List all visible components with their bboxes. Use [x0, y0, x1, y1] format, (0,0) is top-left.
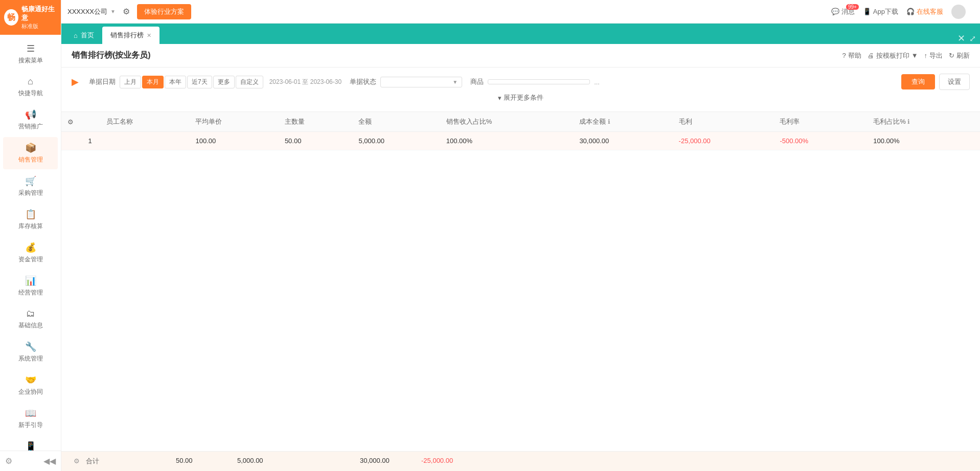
company-selector[interactable]: XXXXXX公司 ▼: [67, 7, 116, 16]
filter-actions: 查询 设置: [901, 74, 970, 90]
tab-sales-ranking[interactable]: 销售排行榜 ✕: [102, 27, 159, 44]
print-icon: 🖨: [868, 52, 874, 59]
status-filter: 单据状态 ▼: [350, 77, 462, 87]
template-print-btn[interactable]: 🖨 按模板打印 ▼: [868, 51, 918, 60]
phone-icon: 📱: [863, 8, 871, 15]
cost-help-icon[interactable]: ℹ: [608, 118, 610, 125]
date-range-text: 2023-06-01 至 2023-06-30: [269, 78, 341, 86]
app-download-btn[interactable]: 📱 App下载: [863, 7, 898, 16]
tab-close-icon[interactable]: ✕: [147, 32, 151, 39]
refresh-label: 刷新: [956, 51, 970, 60]
footer-total-label: 合计: [86, 457, 99, 465]
table-container: ⚙ 员工名称 平均单价 主数量 全额 销售收入占比% 成本全额 ℹ 毛利 毛利率…: [61, 112, 980, 451]
export-btn[interactable]: ↑ 导出: [924, 51, 943, 60]
cell-sales-ratio: 100.00%: [440, 132, 574, 150]
template-print-arrow-icon: ▼: [911, 52, 918, 59]
sidebar-item-basic-info[interactable]: 🗂 基础信息: [3, 303, 58, 335]
date-btn-custom[interactable]: 自定义: [236, 76, 263, 88]
footer-amount: 5,000.00: [237, 457, 263, 464]
sidebar-item-enterprise-collab[interactable]: 🤝 企业协同: [3, 369, 58, 401]
query-btn[interactable]: 查询: [901, 74, 935, 89]
app-center-icon: 📱: [25, 441, 36, 451]
goods-ellipsis[interactable]: ...: [594, 78, 600, 86]
support-btn[interactable]: 🎧 在线客服: [906, 7, 943, 16]
tab-sales-ranking-label: 销售排行榜: [110, 31, 144, 40]
trial-btn[interactable]: 体验行业方案: [137, 4, 191, 19]
content-area: 销售排行榜(按业务员) ? 帮助 🖨 按模板打印 ▼ ↑ 导出 ↻ 刷新: [61, 44, 980, 471]
date-btn-last-month[interactable]: 上月: [120, 76, 141, 88]
sidebar-item-beginner-guide[interactable]: 📖 新手引导: [3, 402, 58, 435]
expand-more-btn[interactable]: ▾ 展开更多条件: [498, 93, 543, 102]
sidebar-item-label: 新手引导: [18, 421, 43, 430]
sales-icon: 📦: [25, 142, 36, 153]
sidebar: 畅 畅康通好生意 标准版 ☰ 搜索菜单 ⌂ 快捷导航 📢 营销推广 📦 销售管理…: [0, 0, 61, 471]
sales-ranking-table: ⚙ 员工名称 平均单价 主数量 全额 销售收入占比% 成本全额 ℹ 毛利 毛利率…: [61, 112, 980, 150]
filter-collapse-btn[interactable]: ▶: [72, 76, 79, 87]
date-btn-this-year[interactable]: 本年: [165, 76, 186, 88]
tabbar: ⌂ 首页 销售排行榜 ✕ ✕ ⤢: [61, 24, 980, 44]
refresh-btn[interactable]: ↻ 刷新: [949, 51, 970, 60]
cell-gross-rate: -500.00%: [773, 132, 867, 150]
table-row: 1 100.00 50.00 5,000.00 100.00% 30,000.0…: [61, 132, 980, 150]
sidebar-logo: 畅 畅康通好生意 标准版: [0, 0, 61, 35]
sidebar-item-inventory[interactable]: 📋 库存核算: [3, 204, 58, 236]
message-btn[interactable]: 💬 消息 99+: [831, 7, 855, 16]
sidebar-item-app-center[interactable]: 📱 应用中心: [3, 436, 58, 451]
refresh-icon: ↻: [949, 52, 954, 59]
basic-info-icon: 🗂: [26, 308, 35, 319]
tabbar-close-all-icon[interactable]: ✕: [958, 33, 965, 44]
goods-select[interactable]: [488, 79, 590, 84]
footer-gear: ⚙: [74, 457, 80, 465]
footer-space-cell: [292, 457, 354, 466]
page-header: 销售排行榜(按业务员) ? 帮助 🖨 按模板打印 ▼ ↑ 导出 ↻ 刷新: [61, 44, 980, 68]
status-select[interactable]: ▼: [380, 77, 462, 87]
user-avatar[interactable]: [951, 5, 966, 19]
page-title: 销售排行榜(按业务员): [72, 50, 151, 61]
date-btn-this-month[interactable]: 本月: [142, 76, 164, 88]
settings-btn[interactable]: 设置: [939, 74, 970, 90]
support-label: 在线客服: [917, 7, 943, 16]
sidebar-item-system[interactable]: 🔧 系统管理: [3, 336, 58, 368]
col-gear: ⚙: [61, 112, 80, 132]
sidebar-item-marketing[interactable]: 📢 营销推广: [3, 104, 58, 136]
topbar-settings-icon[interactable]: ⚙: [123, 7, 130, 16]
col-rank: [80, 112, 100, 132]
export-label: 导出: [929, 51, 943, 60]
footer-row: ⚙ 合计 50.00 5,000.00 30,000.00 -25,000.00: [67, 457, 974, 466]
message-icon: 💬: [831, 8, 839, 15]
filter-row-1: ▶ 单据日期 上月 本月 本年 近7天 更多 自定义 2023-06-01 至 …: [72, 74, 970, 90]
sidebar-collapse-icon[interactable]: ◀◀: [43, 456, 56, 466]
sidebar-item-label: 库存核算: [18, 222, 43, 231]
date-btn-more[interactable]: 更多: [213, 76, 235, 88]
tab-home[interactable]: ⌂ 首页: [65, 27, 102, 44]
inventory-icon: 📋: [25, 209, 36, 220]
date-btn-group: 上月 本月 本年 近7天 更多 自定义: [120, 76, 263, 88]
edition-label: 标准版: [21, 23, 57, 30]
date-btn-last-7-days[interactable]: 近7天: [187, 76, 212, 88]
filter-expand-row: ▾ 展开更多条件: [72, 90, 970, 105]
company-dropdown-icon: ▼: [110, 9, 116, 14]
gross-ratio-help-icon[interactable]: ℹ: [907, 118, 910, 125]
cell-amount: 5,000.00: [352, 132, 440, 150]
sidebar-item-operations[interactable]: 📊 经营管理: [3, 270, 58, 302]
sidebar-item-sales[interactable]: 📦 销售管理: [3, 137, 58, 169]
sidebar-item-purchase[interactable]: 🛒 采购管理: [3, 170, 58, 203]
footer-label-cell: ⚙ 合计: [67, 457, 170, 466]
sidebar-item-quick-nav[interactable]: ⌂ 快捷导航: [3, 71, 58, 103]
help-icon: ?: [842, 52, 846, 59]
sidebar-item-finance[interactable]: 💰 资金管理: [3, 237, 58, 269]
sidebar-item-label: 资金管理: [18, 255, 43, 264]
footer-qty-cell: 50.00: [170, 457, 231, 466]
logo-icon: 畅: [4, 9, 18, 26]
status-label: 单据状态: [350, 77, 376, 86]
help-btn[interactable]: ? 帮助: [842, 51, 861, 60]
footer-cost-cell: 30,000.00: [354, 457, 415, 466]
sidebar-settings-icon[interactable]: ⚙: [5, 456, 12, 466]
col-cost: 成本全额 ℹ: [573, 112, 672, 132]
headset-icon: 🎧: [906, 8, 915, 15]
sidebar-item-label: 经营管理: [18, 288, 43, 297]
tabbar-fullscreen-icon[interactable]: ⤢: [969, 34, 976, 43]
sidebar-item-search-order[interactable]: ☰ 搜索菜单: [3, 38, 58, 70]
col-sales-ratio: 销售收入占比%: [440, 112, 574, 132]
chevron-down-icon: ▾: [498, 94, 502, 102]
